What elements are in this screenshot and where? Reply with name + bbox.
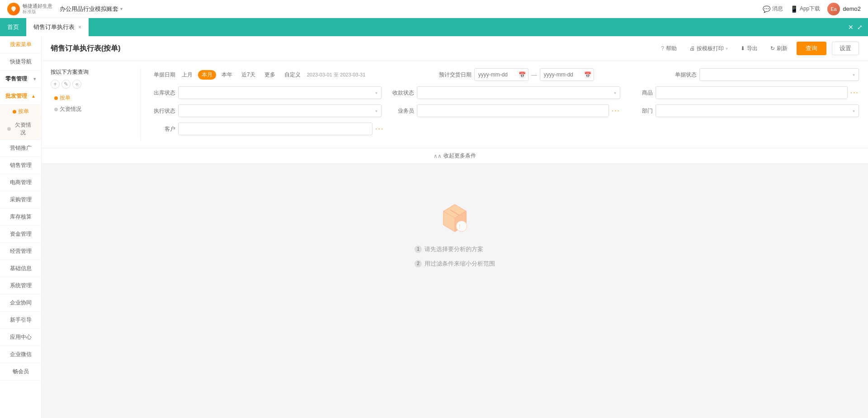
scheme-item-按单[interactable]: 按单: [51, 92, 133, 104]
export-btn[interactable]: ⬇ 导出: [737, 43, 761, 54]
top-bar-left: 畅捷通好生意 标准版 办公用品行业模拟账套 ▾: [7, 3, 123, 15]
collapse-row: ∧∧ 收起更多条件: [42, 148, 868, 164]
date-chip-more[interactable]: 更多: [261, 70, 279, 80]
department-label: 部门: [627, 107, 653, 115]
sidebar-item-purchase[interactable]: 采购管理: [0, 191, 41, 209]
print-btn[interactable]: 🖨 按模板打印 ▾: [686, 43, 731, 54]
sidebar-search-menu[interactable]: 搜索菜单: [0, 36, 41, 53]
sidebar-item-ecommerce[interactable]: 电商管理: [0, 174, 41, 191]
selector-arrow-icon: ▾: [120, 6, 123, 11]
exec-label: 执行状态: [150, 107, 175, 115]
salesperson-group: 业务员 ···: [389, 104, 620, 117]
top-bar: 畅捷通好生意 标准版 办公用品行业模拟账套 ▾ 💬 消息 📱 App下载 Ea …: [0, 0, 868, 18]
sidebar-item-marketing[interactable]: 营销推广: [0, 140, 41, 157]
collapse-up-icon: ∧∧: [434, 153, 442, 159]
tab-minimize-icon[interactable]: ✕: [848, 24, 854, 31]
page-header: 销售订单执行表(按单) ? 帮助 🖨 按模板打印 ▾ ⬇ 导出 ↻ 刷新: [42, 36, 868, 61]
filter-row-2: 出库状态 ▾ 收款状态 ▾ 商品: [150, 86, 859, 99]
delivery-label: 出库状态: [150, 89, 175, 97]
exec-select[interactable]: ▾: [178, 104, 382, 117]
app-selector[interactable]: 办公用品行业模拟账套 ▾: [60, 5, 123, 13]
collapse-scheme-btn[interactable]: «: [72, 80, 81, 89]
date-chip-last-month[interactable]: 上月: [178, 70, 196, 80]
sidebar-item-system[interactable]: 系统管理: [0, 277, 41, 294]
filter-row-1: 单据日期 上月 本月 本年 近7天 更多 自定义 2023-03-01 至 20…: [150, 68, 859, 81]
gray-dot-icon: [7, 127, 11, 131]
sidebar-item-enterprise[interactable]: 企业协同: [0, 294, 41, 312]
date-chip-7days[interactable]: 近7天: [238, 70, 259, 80]
add-scheme-btn[interactable]: +: [51, 80, 60, 89]
sidebar-sub-item-按单[interactable]: 按单: [0, 105, 41, 119]
sidebar-item-wholesale[interactable]: 批发管理 ▲: [0, 88, 41, 105]
help-btn[interactable]: ? 帮助: [657, 43, 680, 54]
delivery-group: 出库状态 ▾: [150, 86, 382, 99]
app-download-btn[interactable]: 📱 App下载: [790, 5, 820, 13]
customer-input[interactable]: [178, 123, 373, 135]
user-menu[interactable]: Ea demo2: [827, 3, 861, 15]
customer-dots-btn[interactable]: ···: [375, 125, 384, 133]
sidebar-sub-item-欠资[interactable]: 欠资情况: [0, 119, 41, 140]
print-icon: 🖨: [689, 45, 695, 52]
goods-dots-btn[interactable]: ···: [850, 89, 859, 97]
collapse-more-btn[interactable]: ∧∧ 收起更多条件: [434, 152, 476, 160]
status-select[interactable]: ▾: [699, 68, 859, 81]
tab-close-icon[interactable]: ×: [78, 24, 81, 30]
date-chip-custom[interactable]: 自定义: [281, 70, 304, 80]
tab-bar: 首页 销售订单执行表 × ✕ ⤢: [0, 18, 868, 36]
goods-input[interactable]: [656, 86, 848, 99]
date-chip-this-year[interactable]: 本年: [218, 70, 236, 80]
calendar-start-icon: 📅: [519, 71, 526, 78]
date-chip-this-month[interactable]: 本月: [198, 70, 216, 80]
sidebar-item-basic[interactable]: 基础信息: [0, 260, 41, 277]
sidebar-quick-nav[interactable]: 快捷导航: [0, 53, 41, 71]
sidebar-item-operation[interactable]: 经营管理: [0, 243, 41, 260]
delivery-select[interactable]: ▾: [178, 86, 382, 99]
sidebar-item-appcenter[interactable]: 应用中心: [0, 329, 41, 346]
sidebar-item-sales[interactable]: 销售管理: [0, 157, 41, 174]
sidebar-item-member[interactable]: 畅会员: [0, 363, 41, 380]
main-layout: 搜索菜单 快捷导航 零售管理 ▾ 批发管理 ▲ 按单 欠资情况 营销推广 销售管…: [0, 36, 868, 418]
calendar-end-icon: 📅: [584, 71, 591, 78]
customer-group: 客户 ···: [150, 123, 384, 135]
customer-label: 客户: [150, 125, 175, 133]
refresh-btn[interactable]: ↻ 刷新: [767, 43, 791, 54]
expected-date-label: 预计交货日期: [439, 71, 472, 79]
filter-scheme-panel: 按以下方案查询 + ✎ « 按单: [51, 68, 141, 141]
sidebar-item-retail[interactable]: 零售管理 ▾: [0, 71, 41, 88]
filter-scheme-actions: + ✎ «: [51, 80, 133, 89]
settings-btn[interactable]: 设置: [832, 42, 859, 55]
help-icon: ?: [661, 45, 664, 52]
message-icon: 💬: [763, 5, 770, 13]
salesperson-dots-btn[interactable]: ···: [612, 107, 620, 115]
salesperson-input[interactable]: [417, 104, 609, 117]
message-btn[interactable]: 💬 消息: [763, 5, 783, 13]
scheme-item-欠资[interactable]: 欠资情况: [51, 104, 133, 115]
department-select[interactable]: ▾: [656, 104, 859, 117]
query-btn[interactable]: 查询: [797, 42, 826, 55]
tab-sales-order[interactable]: 销售订单执行表 ×: [26, 18, 89, 36]
sidebar-item-finance[interactable]: 资金管理: [0, 226, 41, 243]
sidebar-item-newuser[interactable]: 新手引导: [0, 312, 41, 329]
goods-label: 商品: [627, 89, 653, 97]
date-label: 单据日期: [150, 71, 175, 79]
tab-home[interactable]: 首页: [0, 18, 26, 36]
delivery-dropdown-icon: ▾: [375, 90, 377, 95]
status-label: 单据状态: [671, 71, 697, 79]
empty-tips: 1 请先选择要分析的方案 2 用过滤条件来缩小分析范围: [415, 243, 495, 270]
expected-date-end-wrap: 📅: [540, 68, 594, 81]
payment-dropdown-icon: ▾: [614, 90, 616, 95]
payment-select[interactable]: ▾: [417, 86, 620, 99]
sidebar-item-wechat[interactable]: 企业微信: [0, 346, 41, 363]
date-chips: 上月 本月 本年 近7天 更多 自定义: [178, 70, 304, 80]
edit-scheme-btn[interactable]: ✎: [61, 80, 71, 89]
status-dropdown-icon: ▾: [853, 72, 855, 77]
edit-scheme-icon: ✎: [64, 81, 68, 87]
download-icon: 📱: [790, 5, 798, 13]
top-bar-right: 💬 消息 📱 App下载 Ea demo2: [763, 3, 861, 15]
tab-bar-actions: ✕ ⤢: [848, 24, 868, 31]
collapse-scheme-icon: «: [75, 81, 79, 87]
avatar: Ea: [827, 3, 840, 15]
sidebar-item-inventory[interactable]: 库存核算: [0, 209, 41, 226]
tab-maximize-icon[interactable]: ⤢: [857, 24, 863, 31]
empty-box-icon: !: [437, 200, 473, 236]
